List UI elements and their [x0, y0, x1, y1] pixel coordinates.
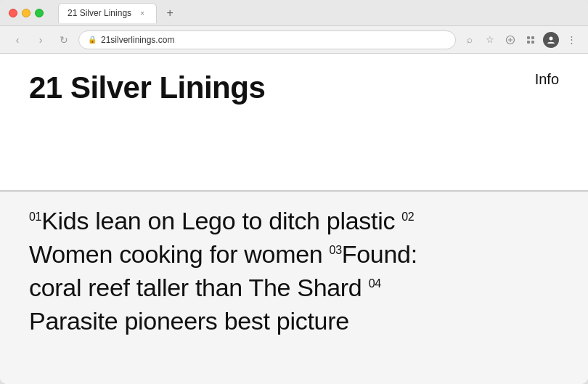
- info-link[interactable]: Info: [535, 71, 559, 88]
- article-number-2: 02: [401, 211, 414, 223]
- traffic-lights: [9, 9, 44, 17]
- article-number-1: 01: [29, 211, 41, 223]
- article-text-4: Parasite pioneers best picture: [29, 307, 349, 335]
- active-tab[interactable]: 21 Silver Linings ×: [58, 3, 157, 23]
- nav-actions: ⌕ ☆: [462, 32, 579, 48]
- article-number-3: 03: [330, 244, 342, 256]
- navigation-bar: ‹ › ↻ 🔒 21silverlinings.com ⌕ ☆: [0, 26, 588, 54]
- tab-bar: 21 Silver Linings × +: [58, 3, 579, 23]
- article-text-2: Women cooking for women: [29, 240, 330, 268]
- web-content: 21 Silver Linings Info 01Kids lean on Le…: [0, 54, 588, 384]
- lock-icon: 🔒: [88, 36, 97, 44]
- svg-rect-3: [527, 41, 530, 44]
- svg-rect-1: [527, 36, 530, 39]
- forward-icon: ›: [39, 34, 43, 46]
- bookmark-button[interactable]: ☆: [482, 32, 498, 48]
- refresh-button[interactable]: ↻: [55, 31, 73, 49]
- forward-button[interactable]: ›: [32, 31, 49, 49]
- refresh-icon: ↻: [60, 34, 68, 46]
- back-button[interactable]: ‹: [9, 31, 26, 49]
- address-text: 21silverlinings.com: [101, 35, 174, 45]
- svg-rect-4: [531, 41, 534, 44]
- svg-rect-2: [531, 36, 534, 39]
- article-text-3: Found:: [342, 240, 417, 268]
- tab-close-button[interactable]: ×: [137, 8, 147, 18]
- maximize-button[interactable]: [35, 9, 44, 17]
- article-text-1: Kids lean on Lego to ditch plastic: [41, 207, 401, 234]
- back-icon: ‹: [16, 34, 20, 46]
- search-button[interactable]: ⌕: [462, 32, 478, 48]
- content-articles: 01Kids lean on Lego to ditch plastic 02 …: [0, 192, 588, 384]
- svg-point-5: [550, 36, 553, 40]
- articles-list: 01Kids lean on Lego to ditch plastic 02 …: [29, 205, 559, 338]
- site-title: 21 Silver Linings: [29, 71, 559, 105]
- title-bar: 21 Silver Linings × +: [0, 0, 588, 26]
- article-text-3b: coral reef taller than The Shard: [29, 274, 369, 301]
- profile-button[interactable]: [543, 32, 559, 48]
- extension1-button[interactable]: [502, 32, 518, 48]
- browser-window: 21 Silver Linings × + ‹ › ↻ 🔒 21silverli…: [0, 0, 588, 384]
- tab-title: 21 Silver Linings: [68, 8, 131, 18]
- close-button[interactable]: [9, 9, 17, 17]
- minimize-button[interactable]: [22, 9, 30, 17]
- extension2-button[interactable]: [523, 32, 539, 48]
- address-bar[interactable]: 🔒 21silverlinings.com: [78, 30, 456, 49]
- menu-button[interactable]: ⋮: [563, 32, 579, 48]
- article-number-4: 04: [369, 277, 381, 289]
- new-tab-button[interactable]: +: [161, 4, 179, 22]
- content-header: 21 Silver Linings Info: [0, 54, 588, 192]
